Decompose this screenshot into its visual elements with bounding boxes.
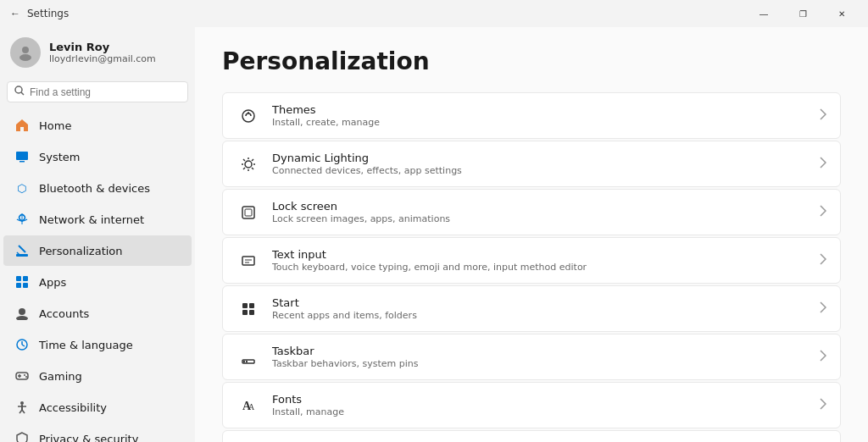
sidebar-item-label-personalization: Personalization <box>39 245 123 257</box>
user-name: Levin Roy <box>49 41 156 53</box>
accounts-icon <box>14 305 31 322</box>
taskbar-title: Taskbar <box>272 345 808 357</box>
sidebar-item-label-gaming: Gaming <box>39 370 82 383</box>
nav-container: HomeSystem⬡Bluetooth & devicesNetwork & … <box>0 109 195 442</box>
svg-line-40 <box>252 159 253 161</box>
themes-title: Themes <box>272 103 808 116</box>
sidebar-item-accessibility[interactable]: Accessibility <box>3 392 192 423</box>
title-bar-left: ← Settings <box>10 8 69 19</box>
svg-rect-5 <box>19 161 25 163</box>
restore-button[interactable]: ❐ <box>783 0 822 27</box>
text-input-desc: Touch keyboard, voice typing, emoji and … <box>272 262 808 273</box>
settings-item-dynamic-lighting[interactable]: Dynamic LightingConnected devices, effec… <box>222 141 841 187</box>
svg-line-19 <box>22 345 25 346</box>
sidebar: Levin Roy lloydrlevin@gmail.com HomeSyst… <box>0 27 195 442</box>
lock-screen-desc: Lock screen images, apps, animations <box>272 213 808 224</box>
svg-rect-14 <box>23 283 28 288</box>
svg-rect-11 <box>16 276 21 281</box>
themes-desc: Install, create, manage <box>272 117 808 128</box>
taskbar-icon <box>236 345 260 369</box>
svg-point-15 <box>19 308 25 315</box>
back-button[interactable]: ← <box>10 8 20 19</box>
fonts-title: Fonts <box>272 393 808 406</box>
settings-item-taskbar[interactable]: TaskbarTaskbar behaviors, system pins <box>222 334 841 380</box>
home-icon <box>14 117 31 134</box>
svg-point-16 <box>16 316 28 320</box>
start-title: Start <box>272 296 808 309</box>
fonts-chevron-icon <box>820 398 826 412</box>
lock-screen-chevron-icon <box>820 205 826 219</box>
svg-line-41 <box>243 168 245 169</box>
svg-point-25 <box>20 401 24 405</box>
sidebar-item-label-apps: Apps <box>39 276 66 289</box>
svg-line-39 <box>252 168 253 169</box>
sidebar-item-network[interactable]: Network & internet <box>3 204 192 235</box>
settings-item-lock-screen[interactable]: Lock screenLock screen images, apps, ani… <box>222 189 841 235</box>
sidebar-item-gaming[interactable]: Gaming <box>3 361 192 391</box>
user-profile[interactable]: Levin Roy lloydrlevin@gmail.com <box>0 27 195 81</box>
svg-rect-47 <box>242 303 248 308</box>
sidebar-item-label-time: Time & language <box>39 339 133 351</box>
sidebar-item-system[interactable]: System <box>3 141 192 172</box>
svg-rect-43 <box>245 209 252 216</box>
sidebar-item-label-network: Network & internet <box>39 213 144 226</box>
svg-rect-42 <box>242 207 254 218</box>
sidebar-item-apps[interactable]: Apps <box>3 267 192 297</box>
svg-line-29 <box>22 410 25 413</box>
sidebar-item-accounts[interactable]: Accounts <box>3 298 192 329</box>
settings-item-themes[interactable]: ThemesInstall, create, manage <box>222 92 841 139</box>
settings-item-text-input[interactable]: Text inputTouch keyboard, voice typing, … <box>222 237 841 284</box>
search-box[interactable] <box>7 81 188 102</box>
settings-item-fonts[interactable]: AAFontsInstall, manage <box>222 382 841 428</box>
dynamic-lighting-chevron-icon <box>820 157 826 171</box>
system-icon <box>14 148 31 165</box>
network-icon <box>14 211 31 228</box>
sidebar-item-privacy[interactable]: Privacy & security <box>3 423 192 442</box>
accessibility-icon <box>14 399 31 416</box>
lock-screen-icon <box>236 201 260 224</box>
sidebar-item-bluetooth[interactable]: ⬡Bluetooth & devices <box>3 173 192 203</box>
start-text: StartRecent apps and items, folders <box>272 296 808 321</box>
svg-rect-52 <box>243 361 245 362</box>
fonts-desc: Install, manage <box>272 406 808 417</box>
app-content: Levin Roy lloydrlevin@gmail.com HomeSyst… <box>0 27 868 442</box>
time-icon <box>14 336 31 353</box>
sidebar-item-label-privacy: Privacy & security <box>39 433 138 443</box>
settings-item-start[interactable]: StartRecent apps and items, folders <box>222 285 841 332</box>
svg-text:⬡: ⬡ <box>17 182 26 195</box>
sidebar-item-time[interactable]: Time & language <box>3 329 192 360</box>
sidebar-item-personalization[interactable]: Personalization <box>3 235 192 266</box>
svg-line-38 <box>243 159 245 161</box>
dynamic-lighting-desc: Connected devices, effects, app settings <box>272 165 808 176</box>
svg-rect-48 <box>249 303 254 308</box>
title-bar-controls: — ❐ ✕ <box>744 0 861 27</box>
svg-rect-8 <box>16 254 28 257</box>
text-input-text: Text inputTouch keyboard, voice typing, … <box>272 248 808 273</box>
svg-point-0 <box>22 47 29 53</box>
svg-point-24 <box>25 376 27 378</box>
page-title: Personalization <box>222 47 841 75</box>
minimize-button[interactable]: — <box>744 0 783 27</box>
privacy-icon <box>14 430 31 442</box>
user-email: lloydrlevin@gmail.com <box>49 53 156 64</box>
lock-screen-title: Lock screen <box>272 200 808 213</box>
settings-item-device-usage[interactable]: Device usageSelect all the ways you plan… <box>222 430 841 442</box>
start-desc: Recent apps and items, folders <box>272 310 808 321</box>
gaming-icon <box>14 367 31 384</box>
personalization-icon <box>14 242 31 259</box>
avatar <box>10 37 41 68</box>
svg-point-1 <box>19 54 31 61</box>
sidebar-item-label-system: System <box>39 151 80 163</box>
sidebar-item-label-accessibility: Accessibility <box>39 401 107 414</box>
taskbar-chevron-icon <box>820 350 826 364</box>
sidebar-item-home[interactable]: Home <box>3 110 192 141</box>
lock-screen-text: Lock screenLock screen images, apps, ani… <box>272 200 808 224</box>
svg-rect-13 <box>16 283 21 288</box>
search-input[interactable] <box>30 86 181 98</box>
taskbar-text: TaskbarTaskbar behaviors, system pins <box>272 345 808 369</box>
start-icon <box>236 297 260 321</box>
title-bar-title: Settings <box>27 8 69 19</box>
bluetooth-icon: ⬡ <box>14 180 31 196</box>
close-button[interactable]: ✕ <box>822 0 861 27</box>
text-input-chevron-icon <box>820 253 826 268</box>
